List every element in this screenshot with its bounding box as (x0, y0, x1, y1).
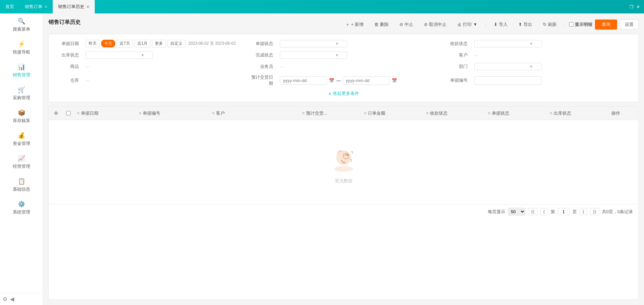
svg-point-0 (334, 166, 353, 171)
th-number[interactable]: ⇅ 单据编号 (136, 110, 209, 116)
page-input[interactable] (558, 208, 570, 215)
tab-sales-order[interactable]: 销售订单 ✕ (19, 0, 53, 13)
complete-status-label: 完成状态 (250, 52, 273, 58)
empty-illustration (327, 140, 360, 174)
sidebar-item-sys-mgmt-label: 系统管理 (13, 209, 30, 215)
date-btn-1month[interactable]: 近1月 (134, 40, 151, 47)
dept-select[interactable]: ▼ (474, 63, 542, 70)
close-window-button[interactable]: ✕ (636, 4, 640, 9)
sidebar-item-sales-mgmt[interactable]: 📊 销售管理 (0, 59, 43, 82)
th-date[interactable]: ⇅ 单据日期 (74, 110, 136, 116)
delivery-end-input[interactable] (343, 76, 390, 85)
payment-status-label: 收款状态 (444, 41, 468, 47)
th-action: 操作 (609, 110, 636, 116)
sidebar-item-ops[interactable]: 📈 经营管理 (0, 151, 43, 174)
th-action-label: 操作 (611, 110, 620, 116)
out-status-select[interactable]: ▼ (86, 51, 153, 59)
last-page-button[interactable]: ⟩⟩ (590, 208, 599, 215)
th-order-status[interactable]: ⇅ 单据状态 (485, 110, 547, 116)
sidebar-item-finance-label: 资金管理 (13, 141, 30, 147)
print-button[interactable]: 🖨 打印 ▼ (453, 20, 481, 29)
page-label-after: 页 (572, 209, 577, 215)
import-label: 导入 (499, 22, 508, 28)
th-out-status[interactable]: ⇅ 出库状态 (547, 110, 609, 116)
new-button[interactable]: ＋ + 新增 (341, 20, 368, 29)
tab-home-label: 首页 (5, 4, 14, 10)
first-page-button[interactable]: ⟨⟨ (528, 208, 538, 215)
goods-dots-button[interactable]: ··· (86, 64, 90, 69)
refresh-label: 刷新 (548, 22, 557, 28)
sidebar-collapse-button[interactable]: ◀ (10, 296, 14, 302)
th-amount[interactable]: ⇅ 订单金额 (361, 110, 423, 116)
th-checkbox[interactable] (63, 111, 74, 115)
date-btn-yesterday[interactable]: 昨天 (86, 40, 100, 47)
purchase-mgmt-icon: 🛒 (18, 86, 25, 93)
import-button[interactable]: ⬇ 导入 (490, 20, 512, 29)
date-btn-today[interactable]: 今天 (101, 40, 115, 47)
bill-status-select[interactable]: ▼ (280, 40, 347, 47)
th-delivery[interactable]: ⇅ 预计交货... (299, 110, 361, 116)
sidebar-item-inventory[interactable]: 📦 库存核算 (0, 105, 43, 128)
settings-button[interactable]: 设置 (620, 20, 639, 30)
restore-button[interactable]: ❐ (630, 4, 634, 9)
sidebar-item-quick-nav[interactable]: ⚡ 快捷导航 (0, 36, 43, 59)
complete-status-select[interactable]: ▼ (280, 51, 347, 59)
th-payment-status-label: 收款状态 (430, 110, 447, 116)
sidebar-item-purchase-mgmt[interactable]: 🛒 采购管理 (0, 82, 43, 105)
payment-status-select[interactable]: ▼ (474, 40, 542, 47)
ops-icon: 📈 (18, 155, 25, 162)
import-icon: ⬇ (494, 22, 498, 27)
sidebar-item-base-info[interactable]: 📋 基础信息 (0, 174, 43, 196)
delete-button[interactable]: 🗑 删除 (370, 20, 393, 29)
empty-text: 暂无数据 (335, 178, 352, 184)
cancel-stop-label: 取消中止 (429, 22, 446, 28)
date-btn-more[interactable]: 更多 (152, 40, 166, 47)
prev-page-button[interactable]: ⟨ (540, 208, 548, 215)
th-settings[interactable]: ⚙ (51, 111, 63, 116)
export-button[interactable]: ⬆ 导出 (514, 20, 536, 29)
dept-field: ▼ (474, 63, 632, 70)
sidebar-settings-button[interactable]: ⚙ (3, 296, 7, 302)
warehouse-dots-button[interactable]: ··· (86, 78, 90, 83)
stop-button[interactable]: ⊘ 中止 (395, 20, 417, 29)
query-button[interactable]: 查询 (595, 20, 617, 30)
date-btn-7days[interactable]: 近7天 (117, 40, 133, 47)
salesperson-label: 业务员 (250, 64, 273, 70)
dept-chevron-icon: ▼ (529, 65, 533, 69)
salesperson-dots-button[interactable]: ··· (280, 64, 284, 69)
customer-dots-button[interactable]: ··· (474, 52, 478, 58)
date-btn-custom[interactable]: 自定义 (167, 40, 185, 47)
bill-no-label: 单据编号 (444, 77, 468, 83)
date-label: 单据日期 (55, 41, 79, 47)
sort-payment-icon: ⇅ (426, 111, 429, 115)
delivery-start-input[interactable] (280, 76, 327, 85)
select-all-checkbox[interactable] (66, 111, 71, 115)
refresh-button[interactable]: ↻ 刷新 (539, 20, 561, 29)
sort-order-icon: ⇅ (488, 111, 490, 115)
show-detail-checkbox[interactable] (569, 22, 573, 27)
sidebar-item-quick-nav-label: 快捷导航 (13, 49, 30, 55)
refresh-icon: ↻ (543, 22, 547, 27)
calendar-end-icon[interactable]: 📅 (392, 78, 397, 83)
collapse-row[interactable]: ∧ 收起更多条件 (55, 90, 632, 97)
close-tab-history-icon[interactable]: ✕ (86, 5, 89, 9)
sort-customer-icon: ⇅ (212, 111, 215, 115)
th-customer[interactable]: ⇅ 客户 (209, 110, 299, 116)
close-tab-sales-icon[interactable]: ✕ (44, 5, 47, 9)
next-page-button[interactable]: ⟩ (579, 208, 587, 215)
sidebar-item-finance[interactable]: 💰 资金管理 (0, 128, 43, 151)
print-icon: 🖨 (457, 22, 462, 27)
content: 销售订单历史 ＋ + 新增 🗑 删除 ⊘ 中止 ⊘ (43, 13, 644, 305)
calendar-start-icon[interactable]: 📅 (329, 78, 334, 83)
sidebar-item-sys-mgmt[interactable]: ⚙️ 系统管理 (0, 196, 43, 219)
tab-sales-order-history[interactable]: 销售订单历史 ✕ (53, 0, 95, 13)
th-payment-status[interactable]: ⇅ 收款状态 (423, 110, 485, 116)
tab-sales-order-history-label: 销售订单历史 (58, 4, 84, 10)
tab-home[interactable]: 首页 (0, 0, 19, 13)
date-field: 昨天 今天 近7天 近1月 更多 自定义 2023-06-02 至 2023-0… (86, 40, 243, 47)
sidebar-item-search-menu[interactable]: 🔍 搜索菜单 (0, 13, 43, 36)
bill-no-input[interactable] (474, 76, 542, 85)
per-page-select[interactable]: 50 10 20 100 (508, 208, 525, 216)
filter-row-2: 出库状态 ▼ 完成状态 ▼ 客户 (55, 51, 632, 59)
cancel-stop-button[interactable]: ⊘ 取消中止 (420, 20, 450, 29)
